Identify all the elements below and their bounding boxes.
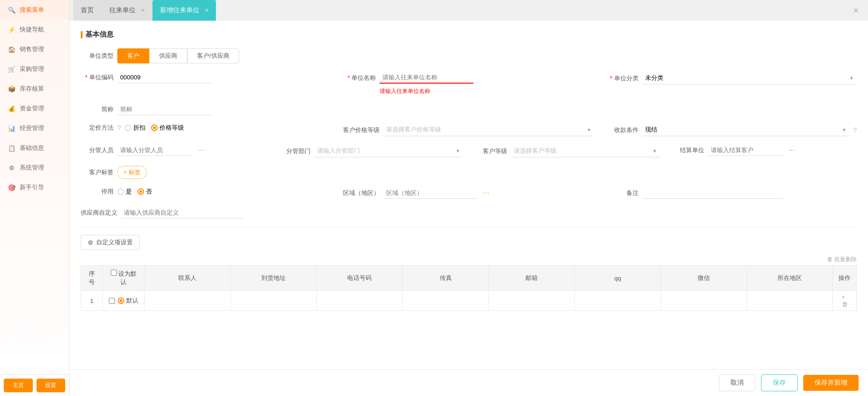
unit-code-label: 单位编码 (81, 73, 114, 82)
default-radio-item[interactable]: 默认 (118, 296, 138, 305)
customer-level-select[interactable]: 请选择客户等级 ▼ (511, 145, 660, 157)
row-checkbox[interactable] (109, 298, 115, 304)
department-arrow: ▼ (456, 148, 460, 154)
sidebar-home-btn[interactable]: 主页 (4, 379, 33, 392)
custom-settings-btn[interactable]: ⚙ 自定义项设置 (81, 235, 140, 250)
default-radio: 默认 (118, 296, 138, 305)
email-input[interactable] (494, 297, 570, 304)
pricing-grade-circle (151, 124, 158, 131)
select-all-checkbox[interactable] (111, 270, 117, 276)
unit-category-arrow: ▼ (849, 76, 854, 81)
pricing-help-icon[interactable]: ? (117, 124, 121, 132)
lightning-icon: ⚡ (8, 25, 16, 34)
sidebar-item-system[interactable]: ⚙ 系统管理 (0, 158, 69, 178)
remark-input[interactable] (642, 187, 783, 199)
cell-contact[interactable] (145, 291, 230, 311)
sidebar: 🔍 搜索菜单 ⚡ 快捷导航 🏠 销售管理 🛒 采购管理 📦 库存核算 💰 资金管… (0, 0, 69, 396)
sidebar-item-search[interactable]: 🔍 搜索菜单 (0, 0, 69, 20)
add-row-btn[interactable]: + (841, 294, 845, 301)
cell-region[interactable] (747, 291, 833, 311)
fax-input[interactable] (407, 297, 483, 304)
wechat-input[interactable] (666, 297, 742, 304)
settlement-more-btn[interactable]: ··· (787, 146, 797, 155)
cell-wechat[interactable] (661, 291, 746, 311)
region-input[interactable] (383, 187, 477, 199)
region-more-btn[interactable]: ··· (481, 189, 491, 197)
settlement-unit-field: 结算单位 ··· (671, 145, 857, 156)
disable-yes-circle (117, 188, 124, 195)
save-button[interactable]: 保存 (761, 374, 798, 391)
col-seq: 序号 (81, 266, 103, 291)
col-wechat: 微信 (661, 266, 746, 291)
disable-no-radio[interactable]: 否 (137, 187, 152, 196)
unit-name-input[interactable] (380, 72, 473, 84)
col-default: 设为默认 (103, 266, 145, 291)
sidebar-settings-btn[interactable]: 设置 (37, 379, 66, 392)
address-input[interactable] (236, 297, 312, 304)
tab-counterparts-close[interactable]: × (141, 7, 145, 14)
code-name-category-row: 单位编码 单位名称 请输入往来单位名称 单位分类 未分类 ▼ (81, 72, 857, 95)
sidebar-item-finance[interactable]: 💰 资金管理 (0, 99, 69, 118)
disable-yes-radio[interactable]: 是 (117, 187, 132, 196)
main-area: 首页 往来单位 × 新增往来单位 × × 基本信息 单位类型 客户 供应商 客户… (69, 0, 868, 396)
department-select[interactable]: 请输入分管部门 ▼ (314, 145, 464, 157)
short-name-field: 简称 (81, 104, 857, 115)
col-contact: 联系人 (145, 266, 230, 291)
sidebar-item-inventory[interactable]: 📦 库存核算 (0, 79, 69, 99)
customer-price-level-select[interactable]: 请选择客户价格等级 ▼ (383, 124, 594, 136)
sidebar-item-sales[interactable]: 🏠 销售管理 (0, 39, 69, 59)
phone-input[interactable] (321, 297, 397, 304)
unit-category-field: 单位分类 未分类 ▼ (606, 72, 857, 85)
unit-code-input[interactable] (117, 72, 211, 83)
settlement-unit-input[interactable] (708, 145, 783, 156)
unit-type-supplier-btn[interactable]: 供应商 (149, 48, 187, 63)
cell-address[interactable] (230, 291, 316, 311)
col-address: 到货地址 (230, 266, 316, 291)
unit-type-field: 单位类型 客户 供应商 客户/供应商 (81, 48, 857, 63)
contact-input[interactable] (149, 297, 225, 304)
pricing-discount-radio[interactable]: 折扣 (125, 124, 145, 132)
tab-new-counterpart[interactable]: 新增往来单位 × (152, 0, 216, 21)
cancel-button[interactable]: 取消 (719, 374, 755, 391)
unit-type-both-btn[interactable]: 客户/供应商 (187, 48, 239, 63)
footer: 取消 保存 保存并新增 (69, 369, 868, 396)
payment-terms-help-icon[interactable]: ? (853, 126, 857, 134)
delete-row-btn[interactable]: 🗑 (842, 301, 848, 308)
batch-delete-btn[interactable]: 🗑 批量删除 (81, 256, 857, 264)
region-label: 区域（地区） (343, 189, 380, 197)
add-tag-btn[interactable]: + 标签 (117, 166, 147, 179)
cell-phone[interactable] (317, 291, 403, 311)
col-qq: qq (575, 266, 661, 291)
sidebar-item-operations[interactable]: 📊 经营管理 (0, 118, 69, 138)
sidebar-item-purchase[interactable]: 🛒 采购管理 (0, 59, 69, 79)
tab-new-counterpart-close[interactable]: × (205, 7, 208, 14)
pricing-label: 定价方法 (81, 124, 114, 132)
manager-label: 分管人员 (81, 146, 114, 155)
pricing-grade-radio[interactable]: 价格等级 (151, 124, 184, 132)
supplier-custom-field: 供应商自定义 (81, 207, 857, 218)
sidebar-bottom: 主页 设置 (0, 374, 69, 396)
supplier-custom-input[interactable] (121, 207, 243, 218)
cell-email[interactable] (488, 291, 574, 311)
cell-fax[interactable] (403, 291, 488, 311)
cell-qq[interactable] (575, 291, 661, 311)
save-new-button[interactable]: 保存并新增 (803, 375, 859, 391)
table-row: 1 默认 (81, 291, 857, 311)
tab-home[interactable]: 首页 (73, 0, 102, 21)
short-name-input[interactable] (117, 104, 211, 115)
window-close-btn[interactable]: × (847, 5, 864, 16)
payment-terms-select[interactable]: 现结 ▼ (642, 124, 850, 136)
unit-category-select[interactable]: 未分类 ▼ (642, 72, 857, 85)
sidebar-item-quick-nav[interactable]: ⚡ 快捷导航 (0, 20, 69, 39)
box-icon: 📦 (8, 85, 16, 93)
sidebar-item-guide[interactable]: 🎯 新手引导 (0, 178, 69, 197)
table-region-input[interactable] (752, 297, 828, 304)
qq-input[interactable] (579, 297, 655, 304)
sidebar-item-basic-info[interactable]: 📋 基础信息 (0, 138, 69, 158)
tab-counterparts[interactable]: 往来单位 × (102, 0, 152, 21)
default-circle (118, 297, 124, 304)
content-area: 基本信息 单位类型 客户 供应商 客户/供应商 单位编码 单位名称 (69, 21, 868, 369)
unit-type-customer-btn[interactable]: 客户 (117, 48, 149, 63)
manager-input[interactable] (117, 145, 192, 156)
manager-more-btn[interactable]: ··· (196, 146, 206, 155)
